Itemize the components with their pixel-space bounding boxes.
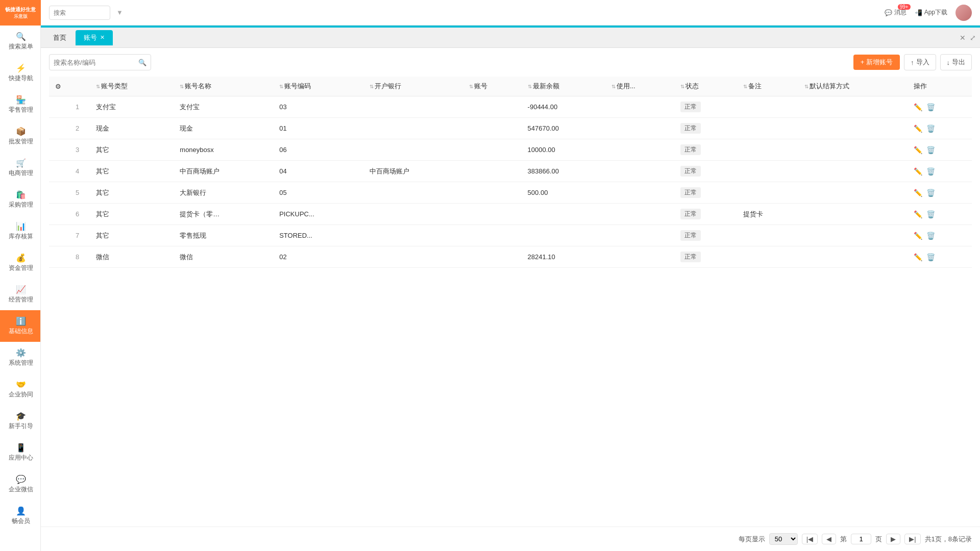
row-type: 其它 — [90, 139, 174, 161]
search-input[interactable] — [54, 59, 138, 66]
row-default-payment — [798, 204, 908, 225]
row-account — [463, 96, 522, 118]
search-icon[interactable]: 🔍 — [138, 59, 146, 66]
sidebar-item-purchase[interactable]: 🛍️ 采购管理 — [0, 184, 40, 215]
delete-icon[interactable]: 🗑️ — [926, 232, 935, 240]
quick-nav-icon: ⚡ — [16, 63, 26, 73]
page-size-select[interactable]: 50 100 200 — [769, 533, 798, 545]
tab-close-icon[interactable]: ✕ — [100, 34, 105, 41]
sidebar-item-newbie[interactable]: 🎓 新手引导 — [0, 405, 40, 437]
edit-icon[interactable]: ✏️ — [914, 210, 922, 218]
col-type[interactable]: ⇅账号类型 — [90, 77, 174, 96]
delete-icon[interactable]: 🗑️ — [926, 146, 935, 154]
col-balance[interactable]: ⇅最新余额 — [522, 77, 605, 96]
row-actions: ✏️ 🗑️ — [908, 182, 972, 204]
download-icon: 📲 — [915, 9, 922, 16]
sidebar-item-search[interactable]: 🔍 搜索菜单 — [0, 26, 40, 57]
tab-close-button[interactable]: ✕ — [960, 34, 966, 42]
message-button[interactable]: 💬 消息 99+ — [885, 8, 906, 17]
topbar-dropdown-icon[interactable]: ▼ — [116, 9, 123, 16]
table-row: 7 其它 零售抵现 STORED... 正常 ✏️ 🗑️ — [49, 225, 972, 246]
row-actions: ✏️ 🗑️ — [908, 96, 972, 118]
row-code: PICKUPC... — [273, 204, 363, 225]
sidebar-item-finance[interactable]: 💰 资金管理 — [0, 247, 40, 279]
col-bank[interactable]: ⇅开户银行 — [363, 77, 463, 96]
edit-icon[interactable]: ✏️ — [914, 253, 922, 261]
page-prev-button[interactable]: ◀ — [822, 534, 836, 544]
col-gear[interactable]: ⚙ — [49, 77, 69, 96]
row-balance: 383866.00 — [522, 161, 605, 182]
row-name: 支付宝 — [174, 96, 273, 118]
tabs-bar: 首页 账号 ✕ ✕ ⤢ — [41, 28, 980, 48]
delete-icon[interactable]: 🗑️ — [926, 210, 935, 218]
row-bank — [363, 182, 463, 204]
edit-icon[interactable]: ✏️ — [914, 146, 922, 154]
row-default-payment — [798, 96, 908, 118]
col-name[interactable]: ⇅账号名称 — [174, 77, 273, 96]
page-next-button[interactable]: ▶ — [886, 534, 900, 544]
export-button[interactable]: ↓ 导出 — [940, 54, 972, 70]
avatar[interactable] — [955, 5, 972, 21]
edit-icon[interactable]: ✏️ — [914, 124, 922, 133]
sidebar-item-enterprise-wechat[interactable]: 💬 企业微信 — [0, 468, 40, 500]
app-center-icon: 📱 — [16, 443, 26, 453]
message-badge: 99+ — [898, 4, 911, 10]
tab-account[interactable]: 账号 ✕ — [76, 30, 113, 45]
edit-icon[interactable]: ✏️ — [914, 189, 922, 197]
delete-icon[interactable]: 🗑️ — [926, 103, 935, 111]
sidebar-item-member[interactable]: 👤 畅会员 — [0, 500, 40, 532]
delete-icon[interactable]: 🗑️ — [926, 167, 935, 176]
sidebar-item-quick-nav[interactable]: ⚡ 快捷导航 — [0, 57, 40, 89]
row-default-payment — [798, 118, 908, 139]
logo-main-text: 畅捷通好生意 — [5, 6, 36, 13]
download-label: App下载 — [924, 8, 947, 17]
topbar-search-input[interactable] — [49, 6, 110, 20]
edit-icon[interactable]: ✏️ — [914, 232, 922, 240]
page-input[interactable] — [851, 534, 871, 544]
sidebar-item-wholesale[interactable]: 📦 批发管理 — [0, 120, 40, 152]
sidebar-item-basic-info[interactable]: ℹ️ 基础信息 — [0, 310, 40, 342]
sidebar-item-label: 批发管理 — [9, 137, 33, 146]
delete-icon[interactable]: 🗑️ — [926, 253, 935, 261]
app-download-button[interactable]: 📲 App下载 — [915, 8, 947, 17]
add-account-button[interactable]: + 新增账号 — [853, 55, 900, 70]
sidebar-item-operations[interactable]: 📈 经营管理 — [0, 279, 40, 310]
sidebar-item-label: 经营管理 — [9, 295, 33, 304]
col-usage[interactable]: ⇅使用... — [605, 77, 674, 96]
row-gear — [49, 246, 69, 268]
sidebar-item-retail[interactable]: 🏪 零售管理 — [0, 89, 40, 120]
delete-icon[interactable]: 🗑️ — [926, 189, 935, 197]
col-status[interactable]: ⇅状态 — [674, 77, 737, 96]
sidebar-item-app-center[interactable]: 📱 应用中心 — [0, 437, 40, 468]
delete-icon[interactable]: 🗑️ — [926, 124, 935, 133]
sidebar-item-inventory[interactable]: 📊 库存核算 — [0, 215, 40, 247]
tab-maximize-button[interactable]: ⤢ — [970, 34, 976, 42]
tab-home[interactable]: 首页 — [45, 30, 75, 45]
row-code: 02 — [273, 246, 363, 268]
page-first-button[interactable]: |◀ — [802, 534, 818, 544]
page-last-button[interactable]: ▶| — [904, 534, 920, 544]
row-remark: 提货卡 — [737, 204, 798, 225]
enterprise-wechat-icon: 💬 — [16, 474, 26, 484]
sidebar-item-label: 企业协同 — [9, 390, 33, 399]
edit-icon[interactable]: ✏️ — [914, 103, 922, 111]
edit-icon[interactable]: ✏️ — [914, 167, 922, 176]
row-actions: ✏️ 🗑️ — [908, 246, 972, 268]
row-type: 其它 — [90, 161, 174, 182]
sidebar-item-label: 零售管理 — [9, 106, 33, 114]
col-account[interactable]: ⇅账号 — [463, 77, 522, 96]
col-remark[interactable]: ⇅备注 — [737, 77, 798, 96]
page-suffix: 页 — [875, 535, 882, 544]
row-usage — [605, 96, 674, 118]
row-gear — [49, 182, 69, 204]
col-default-payment[interactable]: ⇅默认结算方式 — [798, 77, 908, 96]
tab-home-label: 首页 — [53, 33, 66, 42]
row-usage — [605, 139, 674, 161]
row-account — [463, 139, 522, 161]
sidebar-item-ecommerce[interactable]: 🛒 电商管理 — [0, 152, 40, 184]
sidebar-item-system[interactable]: ⚙️ 系统管理 — [0, 342, 40, 373]
col-code[interactable]: ⇅账号编码 — [273, 77, 363, 96]
sidebar-item-agreement[interactable]: 🤝 企业协同 — [0, 373, 40, 405]
row-name: moneybosx — [174, 139, 273, 161]
import-button[interactable]: ↑ 导入 — [904, 54, 936, 70]
